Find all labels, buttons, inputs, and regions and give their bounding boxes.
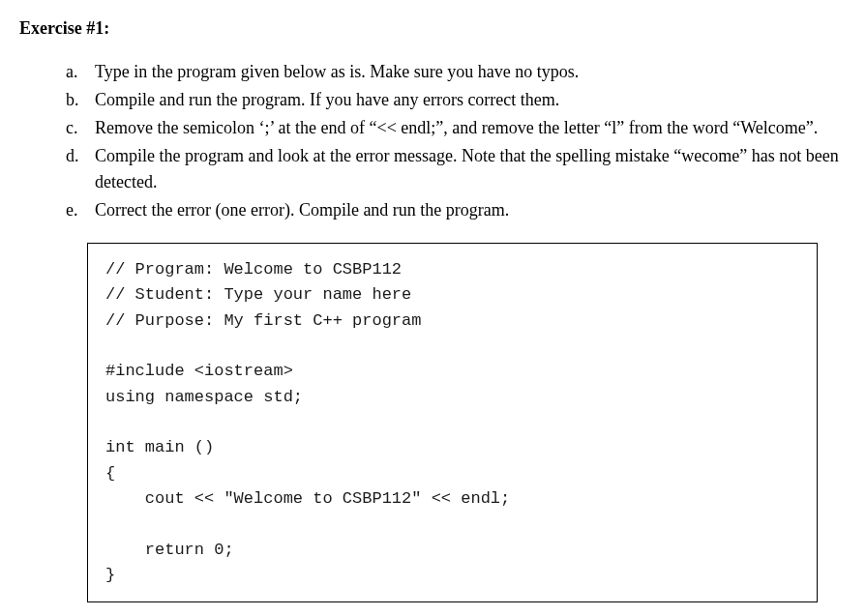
- list-item: d. Compile the program and look at the e…: [66, 143, 847, 195]
- list-item: c. Remove the semicolon ‘;’ at the end o…: [66, 115, 847, 141]
- list-text: Compile the program and look at the erro…: [95, 143, 847, 195]
- code-block-wrapper: // Program: Welcome to CSBP112 // Studen…: [87, 243, 818, 602]
- list-marker: e.: [66, 197, 95, 223]
- exercise-steps-list: a. Type in the program given below as is…: [66, 59, 847, 223]
- list-text: Remove the semicolon ‘;’ at the end of “…: [95, 115, 847, 141]
- list-item: e. Correct the error (one error). Compil…: [66, 197, 847, 223]
- code-block: // Program: Welcome to CSBP112 // Studen…: [87, 243, 818, 602]
- list-marker: d.: [66, 143, 95, 195]
- list-text: Compile and run the program. If you have…: [95, 87, 847, 113]
- list-item: a. Type in the program given below as is…: [66, 59, 847, 85]
- exercise-heading: Exercise #1:: [19, 15, 847, 42]
- list-item: b. Compile and run the program. If you h…: [66, 87, 847, 113]
- list-marker: c.: [66, 115, 95, 141]
- list-marker: b.: [66, 87, 95, 113]
- list-text: Type in the program given below as is. M…: [95, 59, 847, 85]
- list-text: Correct the error (one error). Compile a…: [95, 197, 847, 223]
- list-marker: a.: [66, 59, 95, 85]
